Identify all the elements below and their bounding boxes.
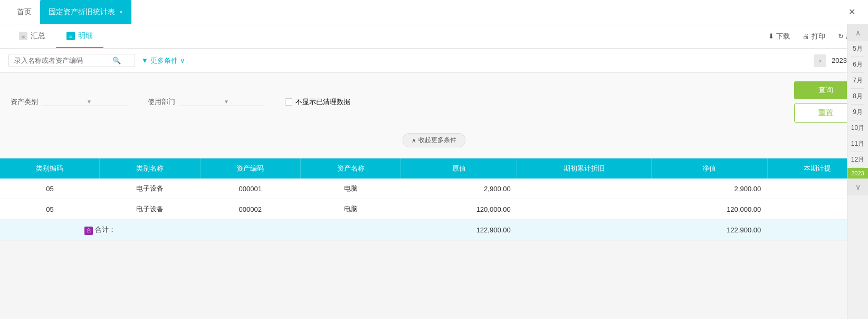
tab-detail-label: 明细 <box>78 31 93 41</box>
download-button[interactable]: ⬇ 下载 <box>768 32 790 41</box>
sidebar-month-item[interactable]: 9月 <box>851 105 864 120</box>
nav-home[interactable]: 首页 <box>8 7 40 17</box>
filter-area: 资产类别 ▼ 使用部门 ▼ 不显示已清理数据 查询 重置 ∧ 收起更多条件 <box>0 73 868 158</box>
exclude-cleared-checkbox[interactable]: 不显示已清理数据 <box>285 97 350 107</box>
sub-tabs-bar: ≡ 汇总 ≡ 明细 ⬇ 下载 🖨 打印 ↻ 刷新 <box>0 24 868 49</box>
close-tab-icon[interactable]: × <box>119 8 123 16</box>
total-accumulated-depreciation <box>517 220 651 241</box>
table-header-row: 类别编码 类别名称 资产编码 资产名称 原值 期初累计折旧 净值 本期计提 <box>0 158 868 179</box>
summary-icon: ≡ <box>19 32 27 40</box>
download-label: 下载 <box>776 32 790 41</box>
search-icon[interactable]: 🔍 <box>112 57 121 64</box>
checkbox-icon <box>285 98 292 106</box>
collapse-icon: ∧ <box>412 137 416 144</box>
cell-category-name: 电子设备 <box>100 199 200 220</box>
total-net-value: 122,900.00 <box>651 220 767 241</box>
exclude-cleared-label: 不显示已清理数据 <box>295 97 350 107</box>
cell-category-name: 电子设备 <box>100 179 200 199</box>
asset-category-arrow-icon: ▼ <box>87 99 125 105</box>
cell-asset-name: 电脑 <box>300 199 400 220</box>
cell-asset-code: 000002 <box>200 199 300 220</box>
asset-category-label: 资产类别 <box>11 97 38 107</box>
active-tab-label: 固定资产折旧统计表 <box>49 7 115 17</box>
search-bar: 🔍 ▼ 更多条件 ∨ › 2023.01 <box>0 49 868 73</box>
date-prev-arrow[interactable]: › <box>814 54 826 67</box>
table-total-row: 合合计： 122,900.00 122,900.00 <box>0 220 868 241</box>
total-asset-code <box>200 220 300 241</box>
col-accumulated-depreciation: 期初累计折旧 <box>517 158 651 179</box>
sidebar-months: 5月6月7月8月9月10月11月12月 <box>851 41 864 168</box>
sidebar-month-item[interactable]: 12月 <box>851 152 864 168</box>
print-icon: 🖨 <box>803 32 809 40</box>
cell-accumulated-depreciation <box>517 179 651 199</box>
download-icon: ⬇ <box>768 32 774 40</box>
col-category-name: 类别名称 <box>100 158 200 179</box>
total-icon: 合 <box>84 227 93 235</box>
collapse-label: 收起更多条件 <box>418 136 456 145</box>
total-asset-name <box>300 220 400 241</box>
sidebar-month-item[interactable]: 5月 <box>851 41 864 57</box>
year-badge[interactable]: 2023 <box>847 168 868 179</box>
col-category-code: 类别编码 <box>0 158 100 179</box>
sidebar-month-item[interactable]: 6月 <box>851 57 864 73</box>
sidebar-month-item[interactable]: 11月 <box>851 136 864 152</box>
table-row: 05 电子设备 000001 电脑 2,900.00 2,900.00 <box>0 179 868 199</box>
department-label: 使用部门 <box>148 97 175 107</box>
cell-original-value: 120,000.00 <box>401 199 517 220</box>
department-filter: 使用部门 ▼ <box>148 97 264 107</box>
top-nav: 首页 固定资产折旧统计表 × ✕ <box>0 0 868 24</box>
sidebar-month-item[interactable]: 8月 <box>851 89 864 105</box>
filter-row: 资产类别 ▼ 使用部门 ▼ 不显示已清理数据 查询 重置 <box>11 81 857 123</box>
cell-net-value: 120,000.00 <box>651 199 767 220</box>
col-net-value: 净值 <box>651 158 767 179</box>
cell-category-code: 05 <box>0 199 100 220</box>
cell-original-value: 2,900.00 <box>401 179 517 199</box>
total-original-value: 122,900.00 <box>401 220 517 241</box>
sidebar-up-arrow[interactable]: ∧ <box>847 24 868 41</box>
department-select[interactable]: ▼ <box>179 98 264 106</box>
print-button[interactable]: 🖨 打印 <box>803 32 825 41</box>
search-wrap[interactable]: 🔍 <box>8 54 135 67</box>
collapse-bar: ∧ 收起更多条件 <box>11 129 857 149</box>
asset-category-filter: 资产类别 ▼ <box>11 97 127 107</box>
tab-summary[interactable]: ≡ 汇总 <box>8 24 56 48</box>
more-filters-button[interactable]: ▼ 更多条件 ∨ <box>141 56 185 65</box>
sidebar-month-item[interactable]: 10月 <box>851 120 864 136</box>
toolbar-actions: ⬇ 下载 🖨 打印 ↻ 刷新 <box>768 32 860 41</box>
cell-accumulated-depreciation <box>517 199 651 220</box>
print-label: 打印 <box>812 32 825 41</box>
detail-icon: ≡ <box>66 32 75 40</box>
chevron-down-icon: ∨ <box>180 57 185 64</box>
right-sidebar: ∧ 5月6月7月8月9月10月11月12月 2023 ∨ <box>847 24 868 319</box>
table-row: 05 电子设备 000002 电脑 120,000.00 120,000.00 <box>0 199 868 220</box>
col-original-value: 原值 <box>401 158 517 179</box>
department-arrow-icon: ▼ <box>224 99 262 105</box>
data-table: 类别编码 类别名称 资产编码 资产名称 原值 期初累计折旧 净值 本期计提 05… <box>0 158 868 241</box>
cell-asset-code: 000001 <box>200 179 300 199</box>
tab-detail[interactable]: ≡ 明细 <box>56 24 103 48</box>
col-asset-code: 资产编码 <box>200 158 300 179</box>
refresh-icon: ↻ <box>838 32 844 40</box>
cell-category-code: 05 <box>0 179 100 199</box>
cell-net-value: 2,900.00 <box>651 179 767 199</box>
col-asset-name: 资产名称 <box>300 158 400 179</box>
sidebar-down-arrow[interactable]: ∨ <box>847 179 868 195</box>
sidebar-month-item[interactable]: 7月 <box>851 73 864 89</box>
collapse-button[interactable]: ∧ 收起更多条件 <box>403 133 465 147</box>
window-close-icon[interactable]: ✕ <box>844 5 860 19</box>
table-container: 类别编码 类别名称 资产编码 资产名称 原值 期初累计折旧 净值 本期计提 05… <box>0 158 868 241</box>
total-label-cell: 合合计： <box>0 220 200 241</box>
search-input[interactable] <box>14 57 109 64</box>
active-tab: 固定资产折旧统计表 × <box>40 0 131 24</box>
filter-icon: ▼ <box>141 57 148 64</box>
more-filters-label: 更多条件 <box>150 56 178 65</box>
tab-summary-label: 汇总 <box>31 31 45 41</box>
asset-category-select[interactable]: ▼ <box>42 98 127 106</box>
cell-asset-name: 电脑 <box>300 179 400 199</box>
